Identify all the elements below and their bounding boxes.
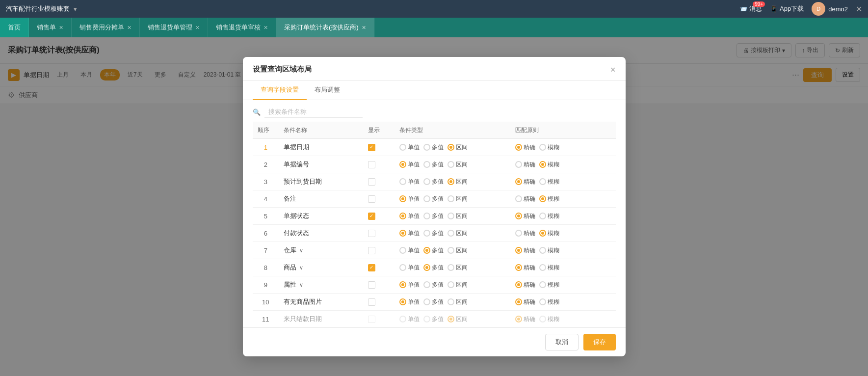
match-option-模糊[interactable]: 模糊: [539, 161, 559, 169]
condition-name: 单据状态: [284, 212, 309, 219]
tab-close-icon[interactable]: ✕: [195, 25, 200, 31]
type-option-多值[interactable]: 多值: [423, 298, 444, 306]
match-option-精确[interactable]: 精确: [515, 212, 535, 220]
type-option-区间[interactable]: 区间: [447, 264, 468, 272]
match-radio-group: 精确模糊: [515, 195, 611, 203]
match-option-精确[interactable]: 精确: [515, 195, 535, 203]
type-option-多值[interactable]: 多值: [423, 315, 444, 323]
tab-sales-expense[interactable]: 销售费用分摊单 ✕: [72, 18, 140, 37]
match-option-精确[interactable]: 精确: [515, 246, 535, 255]
expand-icon[interactable]: ∨: [299, 265, 303, 270]
tab-close-icon[interactable]: ✕: [127, 25, 132, 31]
type-option-区间[interactable]: 区间: [447, 229, 468, 238]
type-option-多值[interactable]: 多值: [423, 229, 444, 238]
tab-close-icon[interactable]: ✕: [263, 25, 268, 31]
type-option-单值[interactable]: 单值: [399, 315, 420, 323]
match-option-精确[interactable]: 精确: [515, 161, 535, 169]
display-checkbox[interactable]: [368, 195, 375, 203]
type-option-区间[interactable]: 区间: [447, 143, 468, 152]
dropdown-arrow[interactable]: ▾: [74, 5, 77, 13]
row-match: 精确模糊: [510, 276, 616, 294]
type-option-区间[interactable]: 区间: [447, 246, 468, 255]
expand-icon[interactable]: ∨: [299, 282, 303, 288]
tab-home[interactable]: 首页: [0, 18, 29, 37]
match-option-精确[interactable]: 精确: [515, 298, 535, 306]
type-option-单值[interactable]: 单值: [399, 229, 420, 238]
search-input[interactable]: [264, 106, 363, 118]
type-option-区间[interactable]: 区间: [447, 178, 468, 186]
type-radio-group: 单值多值区间: [399, 212, 505, 220]
match-option-精确[interactable]: 精确: [515, 264, 535, 272]
display-checkbox[interactable]: [368, 230, 375, 237]
display-checkbox[interactable]: [368, 264, 375, 271]
modal-close-button[interactable]: ×: [610, 65, 616, 74]
display-checkbox[interactable]: [368, 161, 375, 168]
match-option-模糊[interactable]: 模糊: [539, 229, 559, 238]
notification-area[interactable]: 📨 消息 99+: [739, 4, 762, 13]
display-checkbox[interactable]: [368, 281, 375, 289]
modal-tab-query-fields[interactable]: 查询字段设置: [253, 81, 307, 100]
type-option-多值[interactable]: 多值: [423, 178, 444, 186]
user-area[interactable]: D demo2: [812, 2, 848, 16]
match-option-精确[interactable]: 精确: [515, 315, 535, 323]
type-option-单值[interactable]: 单值: [399, 264, 420, 272]
tab-close-icon[interactable]: ✕: [59, 25, 63, 31]
match-option-模糊[interactable]: 模糊: [539, 212, 559, 220]
match-option-模糊[interactable]: 模糊: [539, 264, 559, 272]
type-option-区间[interactable]: 区间: [447, 281, 468, 289]
type-option-区间[interactable]: 区间: [447, 195, 468, 203]
type-option-多值[interactable]: 多值: [423, 212, 444, 220]
display-checkbox[interactable]: [368, 247, 375, 254]
type-option-单值[interactable]: 单值: [399, 281, 420, 289]
type-option-区间[interactable]: 区间: [447, 161, 468, 169]
download-area[interactable]: 📱 App下载: [770, 4, 804, 13]
tab-sales-return[interactable]: 销售退货单管理 ✕: [140, 18, 208, 37]
radio-label: 单值: [408, 315, 420, 323]
type-option-多值[interactable]: 多值: [423, 264, 444, 272]
match-option-精确[interactable]: 精确: [515, 281, 535, 289]
tab-close-icon[interactable]: ✕: [362, 25, 366, 31]
radio-circle: [423, 213, 430, 219]
type-option-多值[interactable]: 多值: [423, 246, 444, 255]
cancel-button[interactable]: 取消: [545, 334, 579, 350]
type-option-区间[interactable]: 区间: [447, 212, 468, 220]
type-option-区间[interactable]: 区间: [447, 298, 468, 306]
radio-circle: [515, 213, 522, 219]
type-option-单值[interactable]: 单值: [399, 143, 420, 152]
display-checkbox[interactable]: [368, 178, 375, 186]
match-option-模糊[interactable]: 模糊: [539, 143, 559, 152]
expand-icon[interactable]: ∨: [299, 247, 303, 253]
tab-purchase-stats[interactable]: 采购订单统计表(按供应商) ✕: [276, 18, 374, 37]
display-checkbox[interactable]: [368, 144, 375, 151]
type-option-多值[interactable]: 多值: [423, 281, 444, 289]
type-option-区间[interactable]: 区间: [447, 315, 468, 323]
display-checkbox[interactable]: [368, 213, 375, 220]
row-match: 精确模糊: [510, 259, 616, 276]
type-option-多值[interactable]: 多值: [423, 143, 444, 152]
match-option-精确[interactable]: 精确: [515, 229, 535, 238]
save-button[interactable]: 保存: [583, 334, 616, 350]
type-option-单值[interactable]: 单值: [399, 246, 420, 255]
match-option-模糊[interactable]: 模糊: [539, 246, 559, 255]
top-close-icon[interactable]: ✕: [856, 4, 862, 14]
radio-circle: [423, 230, 430, 237]
type-option-多值[interactable]: 多值: [423, 161, 444, 169]
display-checkbox[interactable]: [368, 316, 375, 323]
match-option-精确[interactable]: 精确: [515, 178, 535, 186]
type-option-单值[interactable]: 单值: [399, 195, 420, 203]
type-option-单值[interactable]: 单值: [399, 178, 420, 186]
modal-tab-layout[interactable]: 布局调整: [307, 81, 348, 100]
display-checkbox[interactable]: [368, 298, 375, 306]
match-option-模糊[interactable]: 模糊: [539, 298, 559, 306]
match-option-模糊[interactable]: 模糊: [539, 315, 559, 323]
type-option-单值[interactable]: 单值: [399, 161, 420, 169]
type-option-单值[interactable]: 单值: [399, 298, 420, 306]
match-option-精确[interactable]: 精确: [515, 143, 535, 152]
tab-sales-order[interactable]: 销售单 ✕: [29, 18, 72, 37]
tab-sales-return-audit[interactable]: 销售退货单审核 ✕: [208, 18, 276, 37]
match-option-模糊[interactable]: 模糊: [539, 178, 559, 186]
match-option-模糊[interactable]: 模糊: [539, 195, 559, 203]
type-option-多值[interactable]: 多值: [423, 195, 444, 203]
type-option-单值[interactable]: 单值: [399, 212, 420, 220]
match-option-模糊[interactable]: 模糊: [539, 281, 559, 289]
